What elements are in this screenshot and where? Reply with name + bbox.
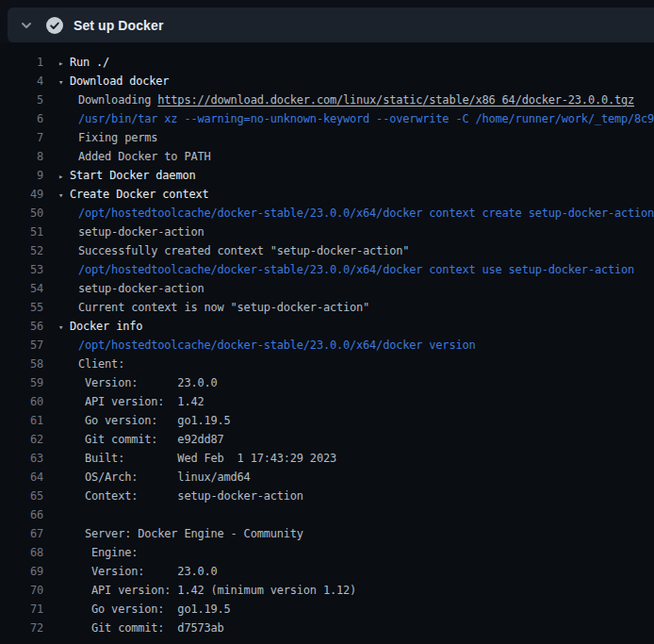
group-toggle[interactable]: ▾Create Docker context	[58, 185, 209, 204]
line-number-link[interactable]: 56	[0, 317, 43, 336]
line-number-link[interactable]: 64	[0, 468, 43, 487]
log-line: 60 API version: 1.42	[0, 392, 654, 411]
triangle-right-icon[interactable]: ▸	[58, 167, 70, 186]
group-toggle[interactable]: ▾Download docker	[58, 72, 169, 91]
triangle-right-icon[interactable]: ▸	[58, 54, 70, 73]
group-title: Download docker	[70, 74, 169, 88]
line-number-link[interactable]: 7	[0, 128, 43, 147]
log-text: Downloading https://download.docker.com/…	[78, 91, 634, 109]
line-number-link[interactable]: 50	[0, 204, 43, 223]
group-title: Run ./	[70, 56, 109, 69]
log-line: 53/opt/hostedtoolcache/docker-stable/23.…	[0, 260, 654, 279]
log-line: 66	[0, 505, 654, 524]
line-number-link[interactable]: 53	[0, 260, 43, 279]
line-number-link[interactable]: 66	[0, 505, 43, 524]
log-line: 62 Git commit: e92dd87	[0, 430, 654, 449]
group-toggle[interactable]: ▸Run ./	[58, 53, 109, 72]
line-number-link[interactable]: 5	[0, 91, 43, 109]
line-number-link[interactable]: 69	[0, 562, 43, 581]
log-line: 61 Go version: go1.19.5	[0, 411, 654, 430]
log-line: 69 Version: 23.0.0	[0, 562, 654, 581]
line-number-link[interactable]: 58	[0, 355, 43, 373]
line-number-link[interactable]: 68	[0, 543, 43, 562]
log-text: Current context is now "setup-docker-act…	[78, 298, 369, 317]
log-command-text: /opt/hostedtoolcache/docker-stable/23.0.…	[78, 260, 634, 279]
log-line: 54setup-docker-action	[0, 279, 654, 298]
log-line: 1▸Run ./	[0, 53, 654, 72]
step-title: Set up Docker	[74, 18, 163, 33]
log-url-link[interactable]: https://download.docker.com/linux/static…	[157, 93, 634, 107]
log-line: 50/opt/hostedtoolcache/docker-stable/23.…	[0, 204, 654, 223]
log-line: 71 Go version: go1.19.5	[0, 600, 654, 619]
chevron-down-icon[interactable]	[19, 18, 34, 33]
line-number-link[interactable]: 71	[0, 600, 43, 619]
log-text: Fixing perms	[78, 128, 157, 147]
log-line: 63 Built: Wed Feb 1 17:43:29 2023	[0, 449, 654, 468]
triangle-down-icon[interactable]: ▾	[58, 186, 70, 205]
log-text: OS/Arch: linux/amd64	[78, 468, 251, 487]
line-number-link[interactable]: 63	[0, 449, 43, 468]
log-line: 7Fixing perms	[0, 128, 654, 147]
log-line: 55Current context is now "setup-docker-a…	[0, 298, 654, 317]
log-line: 5Downloading https://download.docker.com…	[0, 91, 654, 109]
group-toggle[interactable]: ▸Start Docker daemon	[58, 166, 195, 185]
check-circle-icon	[46, 17, 63, 34]
log-line: 52Successfully created context "setup-do…	[0, 241, 654, 260]
line-number-link[interactable]: 52	[0, 241, 43, 260]
line-number-link[interactable]: 4	[0, 72, 43, 91]
log-line: 68 Engine:	[0, 543, 654, 562]
log-text: setup-docker-action	[78, 223, 204, 241]
log-text: Successfully created context "setup-dock…	[78, 241, 409, 260]
log-text: Version: 23.0.0	[78, 562, 218, 581]
line-number-link[interactable]: 61	[0, 411, 43, 430]
line-number-link[interactable]: 51	[0, 223, 43, 241]
line-number-link[interactable]: 6	[0, 109, 43, 128]
line-number-link[interactable]: 67	[0, 524, 43, 543]
log-line: 8Added Docker to PATH	[0, 147, 654, 166]
line-number-link[interactable]: 60	[0, 392, 43, 411]
log-line: 4▾Download docker	[0, 72, 654, 91]
log-text: Go version: go1.19.5	[78, 411, 231, 430]
line-number-link[interactable]: 8	[0, 147, 43, 166]
line-number-link[interactable]: 72	[0, 619, 43, 637]
line-number-link[interactable]: 55	[0, 298, 43, 317]
log-text: API version: 1.42 (minimum version 1.12)	[78, 581, 356, 600]
log-line: 56▾Docker info	[0, 317, 654, 336]
line-number-link[interactable]: 57	[0, 336, 43, 355]
log-text: Version: 23.0.0	[78, 373, 218, 392]
log-line: 57/opt/hostedtoolcache/docker-stable/23.…	[0, 336, 654, 355]
line-number-link[interactable]: 54	[0, 279, 43, 298]
line-number-link[interactable]: 49	[0, 185, 43, 204]
group-title: Create Docker context	[70, 188, 209, 201]
log-text: Added Docker to PATH	[78, 147, 211, 166]
log-text: Engine:	[78, 543, 138, 562]
log-line: 70 API version: 1.42 (minimum version 1.…	[0, 581, 654, 600]
log-text: Built: Wed Feb 1 17:43:29 2023	[78, 449, 336, 468]
group-title: Start Docker daemon	[70, 169, 195, 182]
log-command-text: /usr/bin/tar xz --warning=no-unknown-key…	[78, 109, 654, 128]
log-line: 6/usr/bin/tar xz --warning=no-unknown-ke…	[0, 109, 654, 128]
line-number-link[interactable]: 62	[0, 430, 43, 449]
log-command-text: /opt/hostedtoolcache/docker-stable/23.0.…	[78, 204, 654, 223]
line-number-link[interactable]: 70	[0, 581, 43, 600]
group-toggle[interactable]: ▾Docker info	[58, 317, 142, 336]
log-line: 64 OS/Arch: linux/amd64	[0, 468, 654, 487]
log-text: Client:	[78, 355, 124, 373]
log-line: 67 Server: Docker Engine - Community	[0, 524, 654, 543]
log-line: 65 Context: setup-docker-action	[0, 487, 654, 505]
log-line: 49▾Create Docker context	[0, 185, 654, 204]
triangle-down-icon[interactable]: ▾	[58, 318, 70, 337]
log-line: 72 Git commit: d7573ab	[0, 619, 654, 637]
line-number-link[interactable]: 65	[0, 487, 43, 505]
line-number-link[interactable]: 9	[0, 166, 43, 185]
line-number-link[interactable]: 1	[0, 53, 43, 72]
log-line: 59 Version: 23.0.0	[0, 373, 654, 392]
log-line: 58Client:	[0, 355, 654, 373]
log-line: 9▸Start Docker daemon	[0, 166, 654, 185]
log-line: 51setup-docker-action	[0, 223, 654, 241]
line-number-link[interactable]: 59	[0, 373, 43, 392]
triangle-down-icon[interactable]: ▾	[58, 73, 70, 91]
step-header[interactable]: Set up Docker	[8, 8, 654, 42]
log-text: Context: setup-docker-action	[78, 487, 303, 505]
log-text: Server: Docker Engine - Community	[78, 524, 303, 543]
